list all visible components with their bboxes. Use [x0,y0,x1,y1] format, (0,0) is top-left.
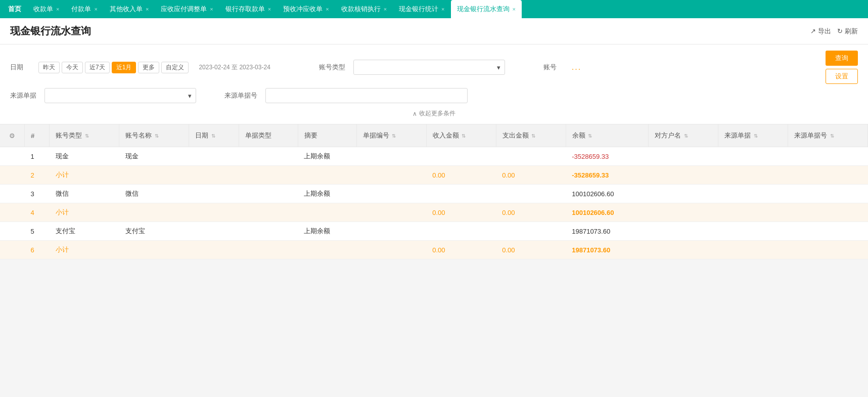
row-no: 1 [25,147,50,166]
account-ellipsis-button[interactable]: ... [572,63,581,72]
table-col-source-doc-no[interactable]: 来源单据号 ⇅ [788,124,868,147]
query-button[interactable]: 查询 [826,51,858,66]
row-date [189,241,239,259]
setting-button[interactable]: 设置 [826,69,858,84]
row-income [426,222,496,241]
row-doc-type [239,147,298,166]
row-source-doc-no [788,185,868,203]
row-settings [0,241,25,259]
row-expense: 0.00 [496,166,566,185]
table-col-account-name[interactable]: 账号名称 ⇅ [119,124,189,147]
date-btn-今天[interactable]: 今天 [62,62,83,73]
row-source-doc [718,203,788,222]
export-icon: ↗ [810,27,816,35]
row-source-doc-no [788,241,868,259]
row-balance: -3528659.33 [566,147,648,166]
source-doc-no-label: 来源单据号 [224,91,257,100]
row-settings [0,185,25,203]
table-col-expense[interactable]: 支出金额 ⇅ [496,124,566,147]
row-no: 5 [25,222,50,241]
row-expense [496,185,566,203]
row-balance: 19871073.60 [566,241,648,259]
date-label: 日期 [10,63,30,72]
table-row: 3 微信 微信 上期余额 100102606.60 [0,185,868,203]
table-col-doc-no[interactable]: 单据编号 ⇅ [356,124,426,147]
refresh-button[interactable]: ↻ 刷新 [837,27,858,36]
source-doc-select[interactable]: ▾ [44,88,196,103]
nav-tab-收款单[interactable]: 收款单 × [27,0,65,18]
date-btn-更多[interactable]: 更多 [138,62,159,73]
row-counterpart [648,222,718,241]
nav-tab-现金银行流水查询[interactable]: 现金银行流水查询 × [451,0,522,18]
row-settings [0,147,25,166]
row-date [189,185,239,203]
row-source-doc [718,185,788,203]
row-account-name: 现金 [119,147,189,166]
row-counterpart [648,147,718,166]
nav-tab-银行存取款单[interactable]: 银行存取款单 × [219,0,277,18]
sort-icon: ⇅ [392,133,396,139]
nav-tab-其他收入单[interactable]: 其他收入单 × [104,0,155,18]
nav-home[interactable]: 首页 [2,0,27,18]
date-options: 昨天 今天 近7天 近1月 更多 自定义 [38,62,189,73]
table-col-counterpart[interactable]: 对方户名 ⇅ [648,124,718,147]
row-expense: 0.00 [496,241,566,259]
close-icon[interactable]: × [441,6,444,12]
close-icon[interactable]: × [210,6,213,12]
close-icon[interactable]: × [384,6,387,12]
close-icon[interactable]: × [326,6,329,12]
table-col-income[interactable]: 收入金额 ⇅ [426,124,496,147]
table-row: 4 小计 0.00 0.00 100102606.60 [0,203,868,222]
account-label: 账号 [543,63,564,72]
close-icon[interactable]: × [56,6,59,12]
date-btn-近7天[interactable]: 近7天 [85,62,110,73]
row-source-doc [718,166,788,185]
row-counterpart [648,203,718,222]
collapse-button[interactable]: ∧ 收起更多条件 [10,107,858,120]
row-account-type: 小计 [50,166,119,185]
row-income: 0.00 [426,241,496,259]
filter-row-2: 来源单据 ▾ 来源单据号 [10,88,858,103]
row-no: 3 [25,185,50,203]
row-balance: -3528659.33 [566,166,648,185]
table-col-source-doc[interactable]: 来源单据 ⇅ [718,124,788,147]
table-col-balance[interactable]: 余额 ⇅ [566,124,648,147]
date-btn-近1月[interactable]: 近1月 [112,62,136,73]
date-btn-昨天[interactable]: 昨天 [38,62,60,73]
table-header-row: ⚙ # 账号类型 ⇅ 账号名称 ⇅ 日期 ⇅ 单据类型 摘要 单据编 [0,124,868,147]
sort-icon: ⇅ [211,133,215,139]
row-balance: 19871073.60 [566,222,648,241]
table-col-settings[interactable]: ⚙ [0,124,25,147]
table-col-date[interactable]: 日期 ⇅ [189,124,239,147]
close-icon[interactable]: × [268,6,271,12]
nav-tab-收款核销执行[interactable]: 收款核销执行 × [335,0,393,18]
export-button[interactable]: ↗ 导出 [810,27,831,36]
nav-tab-现金银行统计[interactable]: 现金银行统计 × [393,0,450,18]
gear-icon[interactable]: ⚙ [6,129,18,142]
nav-tab-预收冲应收单[interactable]: 预收冲应收单 × [277,0,335,18]
row-doc-no [356,203,426,222]
date-btn-自定义[interactable]: 自定义 [161,62,189,73]
row-income [426,147,496,166]
row-settings [0,222,25,241]
account-type-select[interactable]: ▾ [353,60,505,75]
row-source-doc-no [788,166,868,185]
row-date [189,147,239,166]
row-no: 4 [25,203,50,222]
row-source-doc-no [788,147,868,166]
close-icon[interactable]: × [94,6,97,12]
close-icon[interactable]: × [146,6,149,12]
nav-tab-应收应付调整单[interactable]: 应收应付调整单 × [155,0,219,18]
row-source-doc-no [788,203,868,222]
source-doc-no-input[interactable] [265,88,468,103]
table-row: 1 现金 现金 上期余额 -3528659.33 [0,147,868,166]
data-table: ⚙ # 账号类型 ⇅ 账号名称 ⇅ 日期 ⇅ 单据类型 摘要 单据编 [0,124,868,259]
nav-tab-付款单[interactable]: 付款单 × [65,0,103,18]
close-icon[interactable]: × [513,6,516,12]
row-source-doc [718,222,788,241]
row-summary [298,241,356,259]
row-income: 0.00 [426,166,496,185]
data-table-container: ⚙ # 账号类型 ⇅ 账号名称 ⇅ 日期 ⇅ 单据类型 摘要 单据编 [0,124,868,259]
row-settings [0,203,25,222]
table-col-account-type[interactable]: 账号类型 ⇅ [50,124,119,147]
